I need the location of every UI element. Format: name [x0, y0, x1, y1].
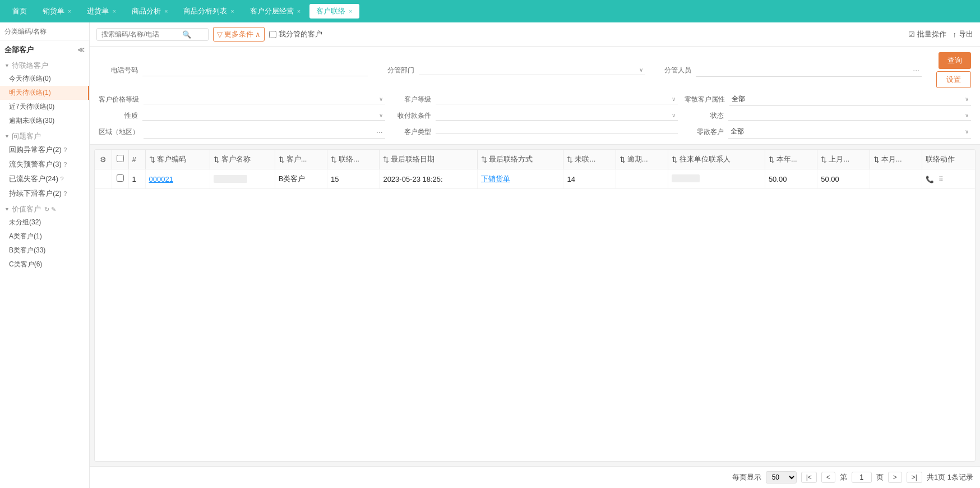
customer-type-select[interactable]: [436, 130, 678, 134]
sidebar-already-lost[interactable]: 已流失客户(24) ?: [0, 172, 89, 186]
nav-product-analysis-list[interactable]: 商品分析列表×: [177, 4, 241, 19]
retail-attr-select[interactable]: 全部 ∨: [729, 93, 971, 106]
row-contact: 15: [327, 169, 380, 189]
filter-status: 状态 ∨: [685, 111, 971, 121]
row-name[interactable]: Ea: [210, 169, 275, 189]
sidebar-overdue-contact[interactable]: 逾期未联络(30): [0, 114, 89, 128]
export-btn[interactable]: ↑ 导出: [953, 29, 974, 39]
col-code-header[interactable]: ⇅客户编码: [145, 150, 210, 169]
sort-icon-5: ⇅: [383, 155, 389, 164]
more-action-icon[interactable]: ⠿: [939, 176, 944, 183]
branch-dept-select[interactable]: ∨: [419, 65, 645, 75]
col-no-contact-header[interactable]: ⇅未联...: [563, 150, 616, 169]
customer-level-select[interactable]: ∨: [436, 94, 678, 104]
col-last-method-header[interactable]: ⇅最后联络方式: [477, 150, 563, 169]
row-code[interactable]: 000021: [145, 169, 210, 189]
sidebar-today-contact[interactable]: 今天待联络(0): [0, 72, 89, 86]
payment-select[interactable]: ∨: [436, 111, 678, 121]
sidebar-ungrouped[interactable]: 未分组(32): [0, 215, 89, 229]
export-icon: ↑: [953, 30, 957, 39]
search-input[interactable]: [101, 30, 180, 38]
gender-select[interactable]: ∨: [142, 111, 385, 121]
value-customers-group[interactable]: ▼ 价值客户 ↻ ✎: [0, 201, 89, 215]
sidebar-class-a[interactable]: A类客户(1): [0, 229, 89, 243]
more-icon[interactable]: ···: [913, 66, 919, 75]
col-last-date-header[interactable]: ⇅最后联络日期: [380, 150, 477, 169]
nav-customer-contact[interactable]: 客户联络×: [309, 4, 359, 19]
col-this-month-header[interactable]: ⇅本月...: [870, 150, 922, 169]
sidebar-search-input[interactable]: [4, 27, 89, 35]
first-page-btn[interactable]: |<: [801, 472, 817, 483]
sort-icon-4: ⇅: [331, 155, 337, 164]
col-last-month-header[interactable]: ⇅上月...: [817, 150, 870, 169]
sort-icon-10: ⇅: [769, 155, 775, 164]
per-page-select[interactable]: 50 100: [766, 471, 797, 484]
my-customers-checkbox[interactable]: 我分管的客户: [269, 29, 322, 39]
nav-product-analysis[interactable]: 商品分析×: [125, 4, 174, 19]
chevron-down-icon-6: ∨: [672, 112, 676, 118]
row-checkbox[interactable]: [117, 174, 124, 182]
settings-btn[interactable]: 设置: [936, 71, 971, 88]
region-label: 区域（地区）: [99, 127, 139, 137]
sidebar-class-b[interactable]: B类客户(33): [0, 243, 89, 257]
more-filter-btn[interactable]: ▽ 更多条件 ∧: [213, 27, 265, 42]
collapse-icon[interactable]: ≪: [77, 46, 85, 54]
page-suffix: 页: [876, 472, 884, 482]
problem-customers-group[interactable]: ▼ 问题客户: [0, 128, 89, 142]
query-btn[interactable]: 查询: [939, 52, 971, 69]
filter-customer-level: 客户等级 ∨: [392, 94, 678, 104]
all-customers-header[interactable]: 全部客户 ≪: [0, 40, 89, 57]
top-nav: 首页 销货单× 进货单× 商品分析× 商品分析列表× 客户分层经营× 客户联络×: [0, 0, 980, 22]
row-last-method[interactable]: 下销货单: [477, 169, 563, 189]
next-page-btn[interactable]: >: [888, 472, 902, 483]
sort-icon-2: ⇅: [214, 155, 220, 164]
col-contact-header[interactable]: ⇅联络...: [327, 150, 380, 169]
filter-branch-dept: 分管部门 ∨: [375, 65, 645, 75]
col-settings-header[interactable]: ⚙: [95, 150, 112, 169]
sidebar-near7-contact[interactable]: 近7天待联络(0): [0, 100, 89, 114]
filter-price-level: 客户价格等级 ∨: [99, 94, 385, 104]
sidebar-repeat-abnormal[interactable]: 回购异常客户(2) ?: [0, 142, 89, 157]
page-input[interactable]: [852, 472, 872, 483]
row-overdue: [616, 169, 668, 189]
col-unit-contact-header[interactable]: ⇅往来单位联系人: [668, 150, 765, 169]
nav-sales-order[interactable]: 销货单×: [36, 4, 78, 19]
table-row: 1 000021 Ea B类客户 15 2023-05-23 18:25: 下销…: [95, 169, 975, 189]
gender-label: 性质: [99, 111, 138, 121]
price-level-select[interactable]: ∨: [144, 94, 385, 104]
col-type-header[interactable]: ⇅客户...: [275, 150, 327, 169]
sidebar-tomorrow-contact[interactable]: 明天待联络(1): [0, 86, 89, 100]
region-more-icon[interactable]: ···: [376, 127, 383, 136]
col-this-year-header[interactable]: ⇅本年...: [765, 150, 817, 169]
filter-payment: 收付款条件 ∨: [392, 111, 678, 121]
prev-page-btn[interactable]: <: [821, 472, 835, 483]
pending-contact-group[interactable]: ▼ 待联络客户: [0, 57, 89, 72]
sidebar-continuous-down[interactable]: 持续下滑客户(2) ?: [0, 186, 89, 201]
col-name-header[interactable]: ⇅客户名称: [210, 150, 275, 169]
triangle-icon-3: ▼: [4, 206, 10, 212]
sort-icon-12: ⇅: [873, 155, 880, 164]
retail-customer-select[interactable]: 全部 ∨: [728, 125, 971, 139]
sort-icon: ⇅: [149, 155, 155, 164]
phone-label: 电话号码: [99, 66, 138, 75]
nav-home[interactable]: 首页: [6, 4, 34, 19]
col-overdue-header[interactable]: ⇅逾期...: [616, 150, 668, 169]
nav-purchase-order[interactable]: 进货单×: [80, 4, 122, 19]
phone-action-icon[interactable]: 📞: [926, 176, 934, 183]
phone-input[interactable]: [142, 65, 368, 76]
select-all-checkbox[interactable]: [117, 155, 124, 162]
chevron-down-icon-5: ∨: [379, 112, 383, 118]
last-page-btn[interactable]: >|: [907, 472, 922, 483]
filter-phone: 电话号码: [99, 65, 368, 76]
chevron-down-icon-2: ∨: [379, 96, 383, 102]
search-icon[interactable]: 🔍: [182, 30, 191, 39]
batch-op-btn[interactable]: ☑ 批量操作: [908, 29, 946, 39]
status-select[interactable]: ∨: [728, 111, 971, 121]
my-customers-check[interactable]: [269, 31, 276, 38]
sidebar-lost-risk[interactable]: 流失预警客户(3) ?: [0, 157, 89, 172]
filter-action-buttons: 查询 设置: [928, 52, 971, 88]
sidebar-class-c[interactable]: C类客户(6): [0, 257, 89, 271]
payment-label: 收付款条件: [392, 111, 431, 121]
nav-customer-tier[interactable]: 客户分层经营×: [243, 4, 307, 19]
filter-customer-type: 客户类型: [392, 127, 678, 137]
